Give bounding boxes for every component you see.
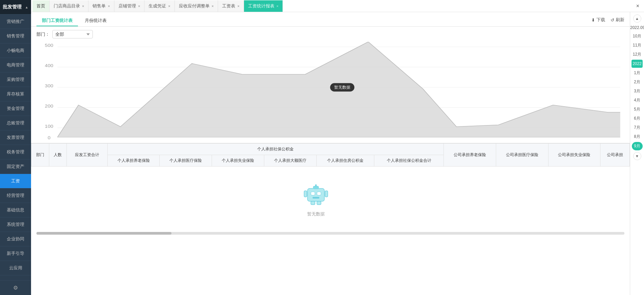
th-personal-total: 个人承担社保公积金合计 [374,155,444,167]
th-personal-unemployment: 个人承担失业保险 [212,155,264,167]
close-tab-payroll[interactable]: × [237,4,239,8]
tab-sales[interactable]: 销售单 × [88,0,114,12]
sidebar-item-system[interactable]: 系统管理 [0,217,31,232]
filter-bar: 部门： 全部 销售部 财务部 人事部 技术部 [31,27,630,42]
th-company-other: 公司承担 [600,144,630,167]
sidebar-item-marketing[interactable]: 营销推广 [0,14,31,29]
close-tab-shop-mgmt[interactable]: × [138,4,140,8]
svg-rect-22 [317,201,321,205]
sidebar-title: 批发管理 [3,4,22,10]
svg-text:500: 500 [45,43,53,48]
month-aug[interactable]: 8月 [630,132,644,141]
settings-button[interactable]: ⚙ [0,280,31,295]
chart-area: 500 400 300 200 100 0 [31,42,630,143]
month-prev-button[interactable]: ▲ [633,14,641,23]
svg-rect-16 [313,197,319,199]
th-personal-insurance-group: 个人承担社保公积金 [107,144,444,155]
month-jun[interactable]: 6月 [630,114,644,123]
sidebar-item-cloud[interactable]: 云应用 [0,261,31,275]
sidebar-header[interactable]: 批发管理 ▲ [0,0,31,14]
action-bar: ⬇ 下载 ↺ 刷新 [591,17,624,25]
inner-tabs: 部门工资统计表 月份统计表 [36,16,112,26]
svg-marker-12 [57,42,620,137]
svg-text:100: 100 [45,124,53,129]
th-personal-pension: 个人承担养老保险 [107,155,160,167]
download-icon: ⬇ [591,18,595,23]
chart-svg: 500 400 300 200 100 0 [36,42,624,143]
th-count: 人数 [49,144,67,167]
svg-text:400: 400 [45,63,53,68]
sidebar-item-finance[interactable]: 资金管理 [0,101,31,116]
th-company-medical: 公司承担医疗保险 [496,144,548,167]
close-tab-store-catalog[interactable]: × [82,4,84,8]
svg-rect-19 [304,191,307,197]
svg-rect-18 [315,184,317,186]
tab-payroll-report[interactable]: 工资统计报表 × [244,0,283,12]
tab-shop-mgmt[interactable]: 店铺管理 × [114,0,144,12]
tab-dept-stats[interactable]: 部门工资统计表 [36,16,78,26]
month-nov[interactable]: 11月 [630,41,644,50]
sidebar-item-invoice[interactable]: 发票管理 [0,130,31,145]
close-tab-payroll-report[interactable]: × [276,4,278,8]
close-all-tabs-button[interactable]: × [633,2,643,10]
close-tab-sales[interactable]: × [108,4,110,8]
empty-state-row: 暂无数据 [31,167,630,231]
tab-ar-ap[interactable]: 应收应付调整单 × [175,0,218,12]
sidebar-item-fixed-assets[interactable]: 固定资产 [0,159,31,174]
close-tab-voucher[interactable]: × [168,4,170,8]
sidebar-item-inventory[interactable]: 库存核算 [0,87,31,101]
svg-text:0: 0 [48,135,51,140]
empty-icon [302,180,329,207]
sidebar-item-ledger[interactable]: 总账管理 [0,116,31,130]
right-sidebar: ▲ 2022.09 10月 11月 12月 2022 1月 2月 [630,12,644,295]
month-dec[interactable]: 12月 [630,50,644,59]
dept-filter-label: 部门： [36,31,50,37]
sidebar-item-sales[interactable]: 销售管理 [0,29,31,43]
main-area: 首页 门店商品目录 × 销售单 × 店铺管理 × 生成凭证 × 应收应付调整单 … [31,0,644,295]
sidebar-item-tax[interactable]: 税务管理 [0,145,31,159]
sidebar-item-operations[interactable]: 经营管理 [0,188,31,203]
dept-filter-select[interactable]: 全部 销售部 财务部 人事部 技术部 [52,30,93,38]
sidebar-toggle-icon: ▲ [25,5,28,9]
month-next-button[interactable]: ▼ [633,152,641,160]
table-area[interactable]: 部门 人数 应发工资合计 个人承担社保公积金 [31,143,630,295]
sidebar-item-payroll[interactable]: 工资 [0,174,31,188]
sidebar-item-ecommerce-mgmt[interactable]: 电商管理 [0,58,31,72]
refresh-button[interactable]: ↺ 刷新 [611,17,624,23]
chevron-up-icon: ▲ [635,17,639,21]
table-scrollbar[interactable] [36,232,624,235]
tab-store-catalog[interactable]: 门店商品目录 × [50,0,88,12]
month-sep-active[interactable]: 9月 [632,142,643,150]
month-mar[interactable]: 3月 [630,87,644,96]
table-scrollbar-thumb[interactable] [36,232,171,235]
svg-rect-15 [317,192,321,195]
empty-state: 暂无数据 [31,167,600,231]
svg-rect-13 [307,188,324,201]
tab-payroll[interactable]: 工资表 × [218,0,244,12]
tab-voucher[interactable]: 生成凭证 × [144,0,175,12]
month-may[interactable]: 5月 [630,105,644,114]
svg-rect-14 [311,192,315,195]
refresh-icon: ↺ [611,18,614,23]
sidebar: 批发管理 ▲ 营销推广 销售管理 小畅电商 电商管理 采购管理 库存核算 资金管… [0,0,31,295]
close-tab-ar-ap[interactable]: × [212,4,214,8]
sidebar-item-collab[interactable]: 企业协同 [0,232,31,246]
sidebar-item-purchase[interactable]: 采购管理 [0,72,31,87]
month-jul[interactable]: 7月 [630,123,644,132]
sidebar-item-basic-info[interactable]: 基础信息 [0,203,31,217]
year-2022-label: 2022.09 [630,24,644,32]
month-apr[interactable]: 4月 [630,96,644,105]
tab-home[interactable]: 首页 [32,0,50,12]
th-personal-medical: 个人承担医疗保险 [160,155,212,167]
th-company-pension: 公司承担养老保险 [444,144,496,167]
download-button[interactable]: ⬇ 下载 [591,17,605,23]
sidebar-item-guide[interactable]: 新手引导 [0,246,31,261]
sidebar-item-ecommerce-small[interactable]: 小畅电商 [0,43,31,58]
month-oct[interactable]: 10月 [630,32,644,41]
empty-label: 暂无数据 [307,211,325,217]
tab-month-stats[interactable]: 月份统计表 [79,16,112,26]
month-jan[interactable]: 1月 [630,68,644,78]
month-feb[interactable]: 2月 [630,78,644,87]
chevron-down-icon: ▼ [635,154,639,158]
year-2022-select[interactable]: 2022 [632,60,643,68]
